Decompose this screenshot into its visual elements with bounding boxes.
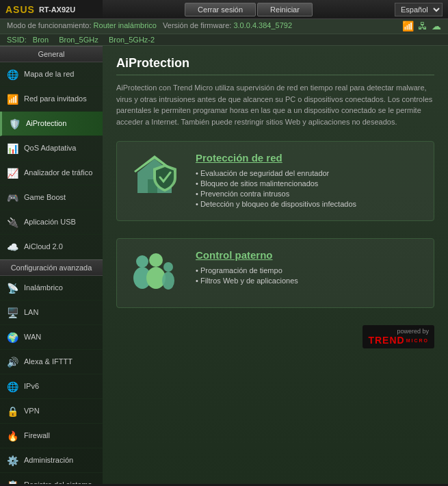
mode-bar: Modo de funcionamiento: Router inalámbri… [0, 19, 448, 34]
sidebar-label-ipv6: IPv6 [24, 382, 39, 391]
aicloud-icon: ☁️ [5, 240, 19, 254]
proteccion-red-title[interactable]: Protección de red [196, 152, 423, 164]
sidebar-label-wan: WAN [24, 333, 41, 342]
qos-icon: 📊 [5, 142, 19, 155]
router-model: RT-AX92U [39, 5, 75, 14]
sidebar-label-gameboost: Game Boost [24, 193, 66, 202]
inalambrico-icon: 📡 [5, 281, 19, 295]
sidebar-item-mapa-red[interactable]: 🌐 Mapa de la red [0, 62, 103, 87]
wifi-icon: 📶 [402, 21, 414, 31]
reiniciar-button[interactable]: Reiniciar [257, 3, 313, 16]
alexa-icon: 🔊 [5, 355, 19, 369]
sidebar-item-aicloud[interactable]: ☁️ AiCloud 2.0 [0, 235, 103, 259]
sidebar: General 🌐 Mapa de la red 📶 Red para invi… [0, 46, 103, 484]
sidebar-label-registro: Registro del sistema [24, 481, 92, 484]
sidebar-item-qos[interactable]: 📊 QoS Adaptativa [0, 136, 103, 161]
sidebar-item-alexa[interactable]: 🔊 Alexa & IFTTT [0, 350, 103, 374]
sidebar-item-lan[interactable]: 🖥️ LAN [0, 300, 103, 325]
router-icon: 🖧 [418, 21, 427, 31]
top-nav: Cerrar sesión Reiniciar [103, 3, 395, 16]
trend-brand: TREND [368, 335, 404, 346]
sidebar-general-header: General [0, 46, 103, 62]
sidebar-item-analizador[interactable]: 📈 Analizador de tráfico [0, 161, 103, 186]
firewall-icon: 🔥 [5, 429, 19, 443]
proteccion-red-content: Protección de red Evaluación de segurida… [196, 152, 423, 210]
proteccion-red-bullet-2: Prevención contra intrusos [196, 190, 423, 198]
sidebar-item-vpn[interactable]: 🔒 VPN [0, 399, 103, 424]
sidebar-label-qos: QoS Adaptativa [24, 144, 76, 153]
top-bar: ASUS RT-AX92U Cerrar sesión Reiniciar Es… [0, 0, 448, 19]
sidebar-item-aiprotection[interactable]: 🛡️ AiProtection [0, 112, 103, 136]
ssid-2: Bron_5GHz [59, 36, 98, 44]
sidebar-item-registro[interactable]: 📋 Registro del sistema [0, 473, 103, 484]
proteccion-red-icon [127, 152, 182, 200]
asus-logo: ASUS [5, 4, 35, 15]
sidebar-label-alexa: Alexa & IFTTT [24, 357, 73, 366]
analizador-icon: 📈 [5, 166, 19, 180]
proteccion-red-bullet-3: Detección y bloqueo de dispositivos infe… [196, 200, 423, 208]
gameboost-icon: 🎮 [5, 191, 19, 205]
content-area: AiProtection AiProtection con Trend Micr… [103, 46, 448, 484]
control-paterno-card[interactable]: Control paterno Programación de tiempo F… [116, 238, 434, 308]
ssid-3: Bron_5GHz-2 [109, 36, 155, 44]
proteccion-red-bullet-0: Evaluación de seguridad del enrutador [196, 169, 423, 177]
control-paterno-icon [127, 249, 182, 297]
sidebar-item-red-invitados[interactable]: 📶 Red para invitados [0, 87, 103, 112]
control-paterno-title[interactable]: Control paterno [196, 249, 423, 261]
svg-point-7 [163, 262, 173, 272]
sidebar-label-administracion: Administración [24, 456, 73, 465]
content-description: AiProtection con Trend Micro utiliza sup… [116, 82, 434, 127]
ssid-bar: SSID: Bron Bron_5GHz Bron_5GHz-2 [0, 34, 448, 46]
lang-area: Español [395, 3, 448, 16]
sidebar-label-inalambrico: Inalámbrico [24, 283, 63, 292]
wan-icon: 🌍 [5, 331, 19, 344]
usb-icon: 🔌 [5, 216, 19, 229]
sidebar-label-vpn: VPN [24, 407, 40, 415]
administracion-icon: ⚙️ [5, 454, 19, 468]
sidebar-label-analizador: Analizador de tráfico [24, 168, 92, 177]
sidebar-label-lan: LAN [24, 308, 38, 317]
sidebar-label-aiprotection: AiProtection [26, 119, 66, 128]
sidebar-label-usb: Aplicación USB [24, 218, 76, 227]
footer-area: powered by TREND MICRO [116, 325, 434, 348]
sidebar-label-firewall: Firewall [24, 431, 50, 440]
page-title: AiProtection [116, 56, 434, 75]
sidebar-item-ipv6[interactable]: 🌐 IPv6 [0, 374, 103, 399]
vpn-icon: 🔒 [5, 405, 19, 418]
firmware-label: Versión de firmware: [163, 21, 231, 29]
sidebar-item-gameboost[interactable]: 🎮 Game Boost [0, 186, 103, 210]
control-paterno-bullet-1: Filtros Web y de aplicaciones [196, 277, 423, 285]
sidebar-avanzada-header: Configuración avanzada [0, 259, 103, 276]
sidebar-item-firewall[interactable]: 🔥 Firewall [0, 424, 103, 448]
logo-area: ASUS RT-AX92U [0, 0, 103, 18]
lan-icon: 🖥️ [5, 306, 19, 320]
modo-label: Modo de funcionamiento: [7, 21, 92, 29]
sidebar-item-inalambrico[interactable]: 📡 Inalámbrico [0, 276, 103, 300]
language-select[interactable]: Español [395, 3, 443, 16]
svg-point-8 [162, 272, 174, 290]
sidebar-label-red-invitados: Red para invitados [24, 94, 87, 103]
trend-micro-text: MICRO [406, 338, 429, 343]
sidebar-item-wan[interactable]: 🌍 WAN [0, 325, 103, 350]
sidebar-label-mapa-red: Mapa de la red [24, 70, 74, 79]
ssid-label: SSID: [7, 36, 27, 44]
cerrar-sesion-button[interactable]: Cerrar sesión [185, 3, 256, 16]
main-layout: General 🌐 Mapa de la red 📶 Red para invi… [0, 46, 448, 484]
ipv6-icon: 🌐 [5, 380, 19, 394]
cloud-icon: ☁ [432, 21, 441, 31]
sidebar-item-usb[interactable]: 🔌 Aplicación USB [0, 210, 103, 235]
control-paterno-bullet-0: Programación de tiempo [196, 266, 423, 274]
proteccion-red-bullet-1: Bloqueo de sitios malintencionados [196, 179, 423, 188]
control-paterno-content: Control paterno Programación de tiempo F… [196, 249, 423, 287]
sidebar-item-administracion[interactable]: ⚙️ Administración [0, 448, 103, 473]
proteccion-red-card[interactable]: Protección de red Evaluación de segurida… [116, 141, 434, 221]
powered-by-text: powered by [397, 328, 429, 335]
firmware-value-link[interactable]: 3.0.0.4.384_5792 [233, 21, 292, 29]
aiprotection-icon: 🛡️ [8, 117, 21, 131]
ssid-1: Bron [33, 36, 49, 44]
registro-icon: 📋 [5, 478, 19, 485]
red-invitados-icon: 📶 [5, 92, 19, 106]
modo-value-link[interactable]: Router inalámbrico [94, 21, 157, 29]
sidebar-label-aicloud: AiCloud 2.0 [24, 242, 63, 251]
svg-point-3 [136, 255, 148, 268]
